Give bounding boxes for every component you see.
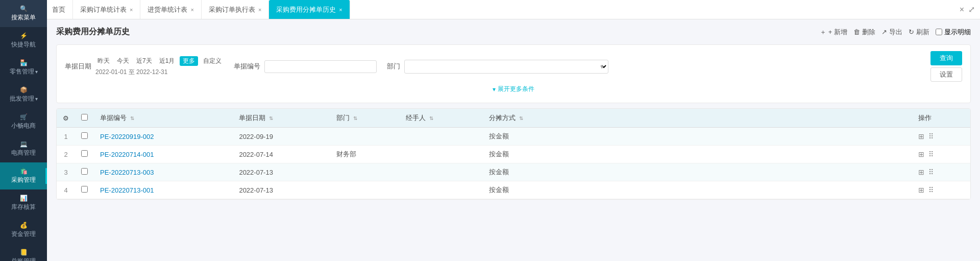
tab-close-purchase-order-exec[interactable]: ×: [258, 7, 261, 13]
tab-purchase-order-exec[interactable]: 采购订单执行表 ×: [202, 0, 269, 19]
refresh-icon: ↻: [909, 28, 914, 36]
nav-icon: ⚡: [3, 32, 44, 39]
row-doc-no: PE-20220714-001: [94, 146, 233, 163]
tab-close-purchase-order-stats[interactable]: ×: [130, 7, 133, 13]
row-select-checkbox[interactable]: [81, 132, 88, 139]
tab-purchase-order-stats[interactable]: 采购订单统计表 ×: [73, 0, 140, 19]
row-handler: [400, 128, 483, 146]
row-action: ⊞ ⠿: [912, 163, 970, 181]
shop-icon: 🛒: [3, 113, 44, 121]
date-range-display: 2022-01-01 至 2022-12-31: [95, 68, 224, 77]
sort-doc-no-icon[interactable]: ⇅: [130, 115, 134, 121]
row-checkbox[interactable]: [75, 146, 94, 163]
sort-alloc-icon[interactable]: ⇅: [519, 115, 523, 121]
doc-no-link[interactable]: PE-20220714-001: [100, 151, 154, 158]
sort-doc-date-icon[interactable]: ⇅: [269, 115, 273, 121]
inventory-icon: 📊: [3, 195, 44, 202]
row-alloc-method: 按金额: [483, 163, 912, 181]
row-checkbox[interactable]: [75, 163, 94, 181]
row-gear: 3: [57, 163, 75, 181]
tab-expand-action[interactable]: ⤢: [968, 5, 975, 14]
dept-select[interactable]: [404, 60, 608, 74]
action-view-icon[interactable]: ⊞: [918, 168, 924, 176]
retail-icon: 🏪: [3, 59, 44, 66]
show-detail-checkbox[interactable]: [936, 29, 942, 35]
sidebar-item-mini-shop[interactable]: 🛒 小畅电商: [0, 108, 47, 135]
row-select-checkbox[interactable]: [81, 168, 88, 175]
tab-purchase-cost-history[interactable]: 采购费用分摊单历史 ×: [269, 0, 350, 19]
date-opt-7days[interactable]: 近7天: [134, 56, 154, 66]
date-opt-yesterday[interactable]: 昨天: [95, 56, 112, 66]
dept-filter: 部门 ▾: [387, 60, 920, 74]
doc-no-input[interactable]: [264, 60, 377, 73]
row-doc-no: PE-20220919-002: [94, 128, 233, 146]
action-view-icon[interactable]: ⊞: [918, 132, 924, 140]
sidebar-item-search[interactable]: 🔍 搜索菜单: [0, 0, 47, 27]
table-row: 1 PE-20220919-002 2022-09-19 按金额 ⊞ ⠿: [57, 128, 970, 146]
date-opt-more[interactable]: 更多: [180, 56, 198, 66]
sidebar-item-ledger[interactable]: 📒 总账管理: [0, 244, 47, 261]
date-opt-custom[interactable]: 自定义: [201, 56, 224, 66]
row-action: ⊞ ⠿: [912, 181, 970, 199]
gear-icon[interactable]: ⚙: [63, 114, 69, 122]
action-more-icon[interactable]: ⠿: [928, 150, 934, 158]
sidebar-item-finance[interactable]: 💰 资金管理: [0, 217, 47, 244]
action-more-icon[interactable]: ⠿: [928, 132, 934, 140]
row-action: ⊞ ⠿: [912, 146, 970, 163]
tab-close-incoming-stats[interactable]: ×: [190, 7, 193, 13]
sidebar-item-quick-nav[interactable]: ⚡ 快捷导航: [0, 27, 47, 54]
purchase-icon: 🛍️: [3, 168, 44, 175]
date-filter: 单据日期 昨天 今天 近7天 近1月 更多 自定义 2022-01-01 至 2…: [65, 56, 224, 77]
row-checkbox[interactable]: [75, 181, 94, 199]
sidebar-item-ecom[interactable]: 💻 电商管理: [0, 135, 47, 162]
date-opt-1month[interactable]: 近1月: [157, 56, 177, 66]
col-doc-date: 单据日期 ⇅: [233, 109, 330, 128]
select-all-checkbox[interactable]: [81, 114, 88, 121]
table-row: 3 PE-20220713-003 2022-07-13 按金额 ⊞ ⠿: [57, 163, 970, 181]
query-buttons: 查询 设置: [930, 51, 962, 82]
action-view-icon[interactable]: ⊞: [918, 186, 924, 194]
sidebar-item-wholesale[interactable]: 📦 批发管理▾: [0, 81, 47, 108]
sidebar-item-retail[interactable]: 🏪 零售管理▾: [0, 54, 47, 81]
col-doc-no: 单据编号 ⇅: [94, 109, 233, 128]
action-more-icon[interactable]: ⠿: [928, 168, 934, 176]
table-row: 4 PE-20220713-001 2022-07-13 按金额 ⊞ ⠿: [57, 181, 970, 199]
sort-dept-icon[interactable]: ⇅: [353, 115, 357, 121]
col-dept: 部门 ⇅: [330, 109, 400, 128]
date-opt-today[interactable]: 今天: [115, 56, 131, 66]
row-checkbox[interactable]: [75, 128, 94, 146]
query-button[interactable]: 查询: [930, 51, 962, 65]
show-detail-toggle[interactable]: 显示明细: [936, 28, 971, 37]
row-dept: [330, 181, 400, 199]
tab-home[interactable]: 首页: [52, 0, 73, 19]
row-dept: 财务部: [330, 146, 400, 163]
tab-incoming-stats[interactable]: 进货单统计表 ×: [140, 0, 201, 19]
row-select-checkbox[interactable]: [81, 186, 88, 193]
doc-no-link[interactable]: PE-20220919-002: [100, 133, 154, 140]
sidebar-item-purchase[interactable]: 🛍️ 采购管理: [0, 162, 47, 189]
expand-more-button[interactable]: ▾ 展开更多条件: [493, 85, 534, 93]
tab-close-purchase-cost-history[interactable]: ×: [339, 7, 342, 13]
date-options: 昨天 今天 近7天 近1月 更多 自定义: [95, 56, 224, 66]
add-button[interactable]: ＋ + 新增: [820, 28, 847, 37]
action-more-icon[interactable]: ⠿: [928, 186, 934, 194]
export-icon: ↗: [881, 28, 887, 36]
search-icon: 🔍: [3, 5, 44, 12]
action-view-icon[interactable]: ⊞: [918, 150, 924, 158]
delete-icon: 🗑: [853, 28, 860, 36]
tab-close-action[interactable]: ×: [960, 5, 964, 14]
filter-row: 单据日期 昨天 今天 近7天 近1月 更多 自定义 2022-01-01 至 2…: [65, 51, 962, 82]
delete-button[interactable]: 🗑 删除: [853, 28, 875, 37]
set-button[interactable]: 设置: [930, 67, 962, 82]
row-handler: [400, 163, 483, 181]
doc-no-link[interactable]: PE-20220713-001: [100, 186, 154, 194]
sort-handler-icon[interactable]: ⇅: [429, 115, 433, 121]
main-area: 首页 采购订单统计表 × 进货单统计表 × 采购订单执行表 × 采购费用分摊单历…: [47, 0, 980, 261]
data-table: ⚙ 单据编号 ⇅ 单据日期 ⇅: [57, 109, 970, 199]
col-gear: ⚙: [57, 109, 75, 128]
refresh-button[interactable]: ↻ 刷新: [909, 28, 929, 37]
doc-no-link[interactable]: PE-20220713-003: [100, 169, 154, 176]
export-button[interactable]: ↗ 导出: [881, 28, 902, 37]
sidebar-item-inventory[interactable]: 📊 库存核算: [0, 189, 47, 217]
row-select-checkbox[interactable]: [81, 150, 88, 157]
